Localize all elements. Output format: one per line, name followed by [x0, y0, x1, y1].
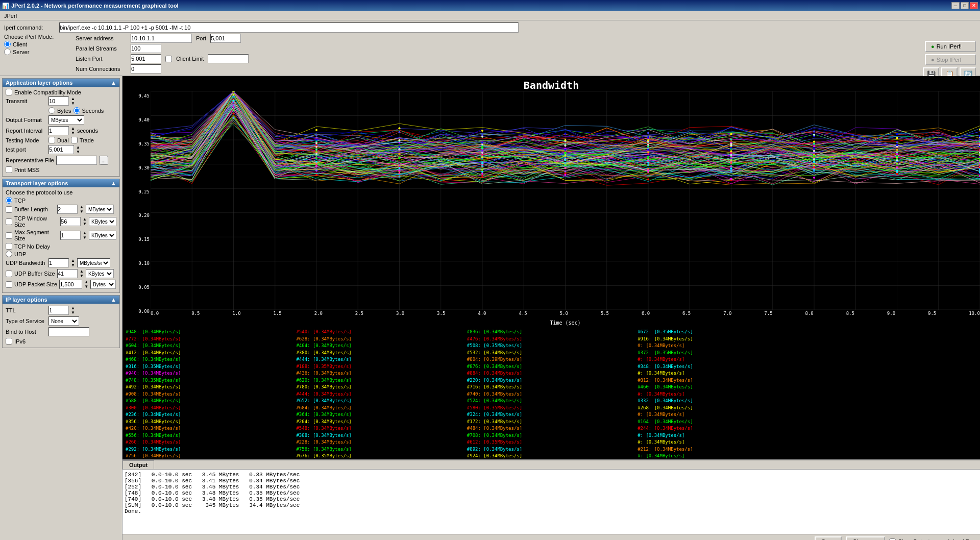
stop-iperf-button[interactable]: ● Stop IPerf — [925, 54, 976, 65]
bytes-radio[interactable] — [48, 107, 55, 114]
client-limit-input[interactable] — [208, 54, 249, 63]
server-radio[interactable] — [4, 48, 11, 55]
buffer-length-input[interactable] — [57, 205, 78, 214]
list-item: #740: [0.34MBytes/s] — [466, 391, 636, 398]
list-item: #672: [0.35MBytes/s] — [636, 329, 807, 336]
spin-seg[interactable]: ▲▼ — [83, 231, 87, 240]
test-port-label: test port — [6, 146, 46, 153]
collapse-ip-icon[interactable]: ▲ — [111, 297, 116, 303]
collapse-transport-icon[interactable]: ▲ — [111, 180, 116, 186]
spin-udpbuf[interactable]: ▲▼ — [80, 269, 84, 278]
spin-udpbw[interactable]: ▲▼ — [71, 258, 75, 267]
client-radio[interactable] — [4, 41, 11, 47]
x-axis: 0.0 0.5 1.0 1.5 2.0 2.5 3.0 3.5 4.0 4.5 … — [151, 310, 980, 320]
buffer-length-label: Buffer Length — [14, 206, 55, 212]
listen-port-input[interactable] — [131, 54, 161, 63]
server-address-label: Server address — [76, 35, 127, 41]
seconds-radio[interactable] — [74, 107, 80, 114]
test-port-input[interactable] — [48, 145, 74, 154]
list-item: #756: [0.34MBytes/s] — [125, 453, 295, 459]
dual-checkbox[interactable] — [48, 137, 55, 143]
parallel-streams-input[interactable] — [131, 44, 161, 53]
tcp-window-unit[interactable]: KBytes — [89, 217, 116, 226]
trade-checkbox[interactable] — [71, 137, 78, 143]
tcp-radio-row: TCP — [6, 197, 116, 204]
collapse-app-icon[interactable]: ▲ — [111, 80, 116, 86]
ipv6-label: IPv6 — [14, 338, 26, 345]
rep-file-input[interactable] — [56, 156, 97, 165]
title-bar-controls[interactable]: ─ □ ✕ — [951, 2, 978, 9]
report-interval-input[interactable] — [48, 126, 69, 135]
list-item: #212: [0.34MBytes/s] — [636, 446, 807, 453]
spin-port[interactable]: ▲▼ — [76, 145, 80, 154]
transmit-input[interactable] — [48, 96, 69, 106]
list-item: #812: [0.34MBytes/s] — [636, 377, 807, 384]
chart-body: 0.45 0.40 0.35 0.30 0.25 0.20 0.15 0.10 … — [122, 91, 980, 327]
menu-jperf[interactable]: JPerf — [1, 12, 20, 19]
bind-host-input[interactable] — [48, 327, 89, 336]
udp-buffer-checkbox[interactable] — [6, 271, 12, 277]
tcp-radio[interactable] — [6, 197, 12, 204]
clear-on-run-checkbox[interactable] — [889, 538, 896, 541]
spin-win[interactable]: ▲▼ — [83, 217, 87, 226]
list-item: #244: [0.34MBytes/s] — [636, 425, 807, 432]
client-label: Client — [13, 41, 27, 47]
udp-radio[interactable] — [6, 251, 12, 257]
transport-layer-header: Transport layer options ▲ — [3, 179, 119, 187]
run-iperf-button[interactable]: ● Run IPerf! — [925, 41, 976, 52]
udp-packet-checkbox[interactable] — [6, 281, 12, 288]
transport-layer-section: Transport layer options ▲ Choose the pro… — [2, 179, 120, 293]
tos-select[interactable]: None — [48, 316, 79, 326]
spin-up[interactable]: ▲▼ — [71, 96, 75, 106]
tcp-window-checkbox[interactable] — [6, 218, 12, 225]
transport-layer-title: Transport layer options — [6, 180, 68, 186]
client-limit-checkbox[interactable] — [165, 56, 172, 62]
list-item: #420: [0.34MBytes/s] — [125, 425, 295, 432]
bind-host-label: Bind to Host — [6, 329, 46, 335]
enable-compat-checkbox[interactable] — [6, 89, 12, 95]
print-mss-checkbox[interactable] — [6, 166, 12, 173]
num-connections-input[interactable] — [131, 64, 161, 73]
tcp-nodelay-checkbox[interactable] — [6, 243, 12, 250]
ipv6-checkbox[interactable] — [6, 338, 12, 345]
x-4.0: 4.0 — [478, 311, 486, 319]
list-item: #556: [0.34MBytes/s] — [125, 432, 295, 439]
close-button[interactable]: ✕ — [970, 2, 978, 9]
list-item: #524: [0.34MBytes/s] — [466, 398, 636, 405]
udp-packet-input[interactable] — [59, 280, 82, 289]
udp-bandwidth-input[interactable] — [48, 258, 69, 267]
clear-now-button[interactable]: Clear now — [846, 536, 886, 540]
iperf-command-input[interactable] — [59, 22, 519, 33]
maximize-button[interactable]: □ — [961, 2, 969, 9]
ttl-input[interactable] — [48, 306, 69, 315]
save-button[interactable]: Save — [815, 536, 842, 540]
server-address-input[interactable] — [131, 34, 192, 43]
max-seg-unit[interactable]: KBytes — [89, 231, 116, 240]
minimize-button[interactable]: ─ — [951, 2, 960, 9]
tcp-label: TCP — [14, 198, 26, 204]
udp-buffer-input[interactable] — [57, 269, 78, 278]
output-format-select[interactable]: MBytes — [48, 115, 84, 125]
udp-bandwidth-unit[interactable]: MBytes/sec — [77, 258, 110, 267]
rep-file-browse[interactable]: ... — [99, 156, 108, 165]
spin-buf[interactable]: ▲▼ — [80, 205, 84, 214]
list-item: #300: [0.34MBytes/s] — [125, 405, 295, 412]
spin-ttl[interactable]: ▲▼ — [71, 306, 75, 315]
stats-area: #948: [0.34MBytes/s]#772: [0.34MBytes/s]… — [122, 327, 980, 459]
udp-packet-unit[interactable]: Bytes — [90, 280, 116, 289]
num-connections-row: Num Connections — [76, 64, 249, 73]
buffer-length-unit[interactable]: MBytes — [86, 205, 114, 214]
choose-protocol-row: Choose the protocol to use — [6, 189, 116, 195]
max-seg-input[interactable] — [60, 231, 81, 240]
spin-report[interactable]: ▲▼ — [71, 126, 75, 135]
udp-buffer-unit[interactable]: KBytes — [86, 269, 114, 278]
tcp-window-input[interactable] — [60, 217, 81, 226]
list-item: #676: [0.35MBytes/s] — [295, 453, 465, 459]
max-seg-checkbox[interactable] — [6, 232, 12, 239]
num-connections-label: Num Connections — [76, 66, 127, 72]
output-tab[interactable]: Output — [122, 460, 154, 469]
buffer-length-checkbox[interactable] — [6, 206, 12, 213]
port-input[interactable] — [210, 34, 241, 43]
list-item: #236: [0.34MBytes/s] — [125, 411, 295, 419]
spin-udppkt[interactable]: ▲▼ — [84, 280, 88, 289]
